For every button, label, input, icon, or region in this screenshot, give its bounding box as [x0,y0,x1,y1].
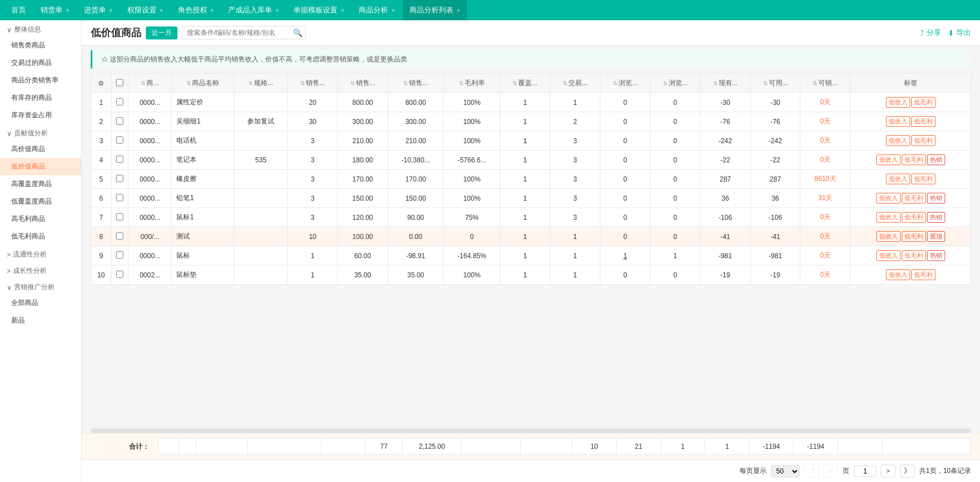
row-browse1[interactable]: 0 [600,189,651,208]
col-trade[interactable]: 交易... [550,74,600,93]
row-checkbox[interactable] [112,227,128,246]
sidebar-item-all-products[interactable]: 全部商品 [0,294,81,312]
col-browse1[interactable]: 浏览... [600,74,651,93]
sidebar-item-low-value[interactable]: 低价值商品 [0,158,81,175]
row-browse1[interactable]: 0 [600,112,651,131]
nav-close-permissions[interactable]: × [160,7,163,14]
nav-product-analysis[interactable]: 商品分析 × [352,0,402,20]
col-browse2[interactable]: 浏览... [650,74,700,93]
nav-close-product-analysis[interactable]: × [391,7,395,14]
row-checkbox[interactable] [112,170,128,189]
page-number-input[interactable] [854,466,876,477]
row-select-checkbox[interactable] [116,232,123,240]
row-name[interactable]: 铅笔1 [172,189,234,208]
nav-sales-order[interactable]: 销货单 × [34,0,76,20]
next-page-button[interactable]: ＞ [881,465,896,477]
row-checkbox[interactable] [112,112,128,131]
sidebar-item-stock-capital[interactable]: 库存资金占用 [0,107,81,124]
col-stock2[interactable]: 可用... [750,74,800,93]
nav-close-product-stock[interactable]: × [275,7,279,14]
sidebar-item-high-value[interactable]: 高价值商品 [0,140,81,158]
nav-product-stock[interactable]: 产成品入库单 × [221,0,286,20]
nav-permissions[interactable]: 权限设置 × [121,0,170,20]
row-checkbox[interactable] [112,208,128,227]
row-select-checkbox[interactable] [116,175,123,182]
nav-close-role-auth[interactable]: × [211,7,214,14]
table-wrapper[interactable]: ⚙ 商... 商品名称 规格... 销售... 销售... 销售... 毛利率 … [82,73,980,428]
nav-home[interactable]: 首页 [5,0,33,20]
row-browse1[interactable]: 0 [600,266,651,285]
sidebar-item-low-coverage[interactable]: 低覆盖度商品 [0,193,81,210]
prev-page-button[interactable]: ＜ [823,465,838,477]
col-amount[interactable]: 销售... [338,74,388,93]
sidebar-item-stock-products[interactable]: 有库存的商品 [0,89,81,107]
col-settings[interactable]: ⚙ [91,74,112,93]
nav-close-sales-order[interactable]: × [66,7,69,14]
row-checkbox[interactable] [112,266,128,285]
col-sale2[interactable]: 销售... [387,74,443,93]
row-checkbox[interactable] [112,151,128,170]
row-select-checkbox[interactable] [116,136,123,144]
row-browse1[interactable]: 0 [600,208,651,227]
col-margin[interactable]: 毛利率 [444,74,500,93]
sidebar-group-contribution[interactable]: ∨ 贡献值分析 [0,124,81,140]
page-size-select[interactable]: 50 10 20 100 [771,465,800,477]
row-checkbox[interactable] [112,189,128,208]
sidebar-item-new-products[interactable]: 新品 [0,312,81,329]
row-name[interactable]: 鼠标1 [172,208,234,227]
row-browse1[interactable]: 0 [600,227,651,246]
nav-template-settings[interactable]: 单据模板设置 × [287,0,351,20]
col-code[interactable]: 商... [128,74,172,93]
row-select-checkbox[interactable] [116,194,123,201]
row-select-checkbox[interactable] [116,213,123,220]
row-name[interactable]: 属性定价 [172,93,234,112]
sidebar-item-high-coverage[interactable]: 高覆盖度商品 [0,175,81,193]
col-cover[interactable]: 覆盖... [500,74,550,93]
col-name[interactable]: 商品名称 [172,74,234,93]
row-browse1[interactable]: 0 [600,151,651,170]
col-stock3[interactable]: 可销... [800,74,850,93]
row-select-checkbox[interactable] [116,251,123,259]
row-name[interactable]: 鼠标 [172,246,234,266]
row-select-checkbox[interactable] [116,98,123,105]
first-page-button[interactable]: 《 [804,465,819,477]
row-browse1[interactable]: 0 [600,170,651,189]
col-stock1[interactable]: 现有... [700,74,750,93]
nav-close-template[interactable]: × [341,7,344,14]
horizontal-scrollbar[interactable] [91,428,971,433]
sidebar-group-growth[interactable]: > 成长性分析 [0,262,81,278]
sidebar-group-circulation[interactable]: > 流通性分析 [0,245,81,262]
export-button[interactable]: ⬇ 导出 [948,28,971,38]
sidebar-item-high-margin[interactable]: 高毛利商品 [0,210,81,228]
row-name[interactable]: 鼠标垫 [172,266,234,285]
nav-purchase-order[interactable]: 进货单 × [77,0,119,20]
row-select-checkbox[interactable] [116,271,123,278]
col-qty[interactable]: 销售... [288,74,338,93]
row-checkbox[interactable] [112,131,128,151]
row-select-checkbox[interactable] [116,156,123,163]
row-select-checkbox[interactable] [116,117,123,125]
row-checkbox[interactable] [112,93,128,112]
nav-product-analysis-list[interactable]: 商品分析列表 × [403,0,467,20]
last-page-button[interactable]: 》 [900,465,915,477]
row-name[interactable]: 吴细细1 [172,112,234,131]
row-name[interactable]: 笔记本 [172,151,234,170]
row-browse1[interactable]: 0 [600,93,651,112]
sidebar-item-low-margin[interactable]: 低毛利商品 [0,228,81,245]
row-browse1[interactable]: 0 [600,131,651,151]
nav-close-purchase[interactable]: × [109,7,113,14]
search-input[interactable] [182,26,306,39]
share-button[interactable]: ⤴ 分享 [920,28,941,38]
sidebar-item-traded-products[interactable]: 交易过的商品 [0,54,81,72]
sidebar-group-overall[interactable]: ∨ 整体信息 [0,20,81,37]
col-spec[interactable]: 规格... [234,74,288,93]
row-browse1[interactable]: 1 [600,246,651,266]
search-icon[interactable]: 🔍 [293,28,302,37]
sidebar-group-marketing[interactable]: ∨ 营销推广分析 [0,278,81,294]
nav-role-auth[interactable]: 角色授权 × [171,0,221,20]
settings-icon[interactable]: ⚙ [98,79,104,87]
row-name[interactable]: 电话机 [172,131,234,151]
row-name[interactable]: 测试 [172,227,234,246]
sidebar-item-sales-products[interactable]: 销售类商品 [0,37,81,54]
period-button[interactable]: 近一月 [146,26,177,39]
